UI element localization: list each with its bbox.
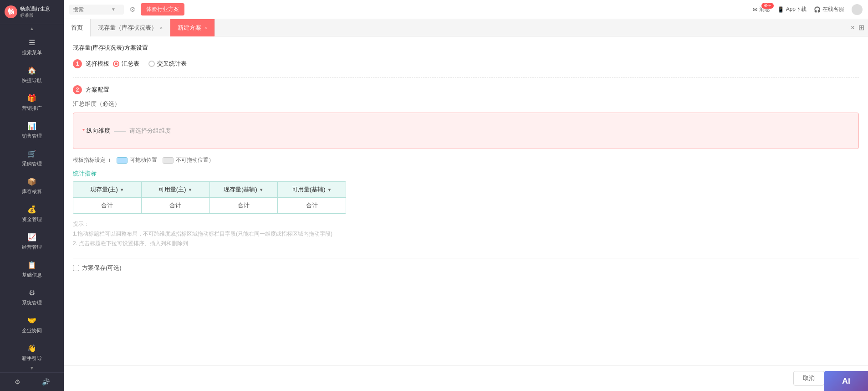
step1-number: 1 <box>73 59 82 68</box>
headset-icon: 🎧 <box>814 6 821 13</box>
user-avatar[interactable] <box>852 4 863 15</box>
tab-expand-btn[interactable]: ⊞ <box>858 23 864 32</box>
sidebar-item-finance[interactable]: 💰 资金管理 <box>0 200 64 227</box>
step1-title: 选择模板 <box>86 60 109 68</box>
search-menu-icon: ☰ <box>27 37 37 47</box>
dimension-section-label: 汇总维度（必选） <box>73 100 859 108</box>
radio-summary[interactable]: 汇总表 <box>113 60 139 68</box>
page-title: 现存量(库存状况表)方案设置 <box>73 44 859 52</box>
col-2-dropdown-icon[interactable]: ▼ <box>188 187 193 192</box>
tabs-right-icons: × ⊞ <box>851 23 868 32</box>
stats-section: 统计指标 现存量(主) ▼ 可用量(主) ▼ <box>73 170 859 214</box>
template-radio-group: 汇总表 交叉统计表 <box>113 60 187 68</box>
stats-col-1-body: 合计 <box>73 198 142 213</box>
search-dropdown-icon[interactable]: ▼ <box>111 7 116 12</box>
search-input[interactable] <box>73 6 109 13</box>
guide-icon: 👋 <box>27 343 37 353</box>
tabs-bar: 首页 现存量（库存状况表） × 新建方案 × × ⊞ <box>64 19 868 36</box>
sidebar-item-enterprise[interactable]: 🤝 企业协同 <box>0 311 64 339</box>
stats-col-1-header[interactable]: 现存量(主) ▼ <box>73 182 142 197</box>
topbar-right: ✉ 消息 99+ 📱 App下载 🎧 在线客服 <box>753 4 863 15</box>
footer-bar: 取消 查询 <box>64 365 868 391</box>
sidebar-item-marketing[interactable]: 🎁 营销推广 <box>0 88 64 116</box>
home-icon: 🏠 <box>27 65 37 75</box>
sidebar-item-purchase[interactable]: 🛒 采购管理 <box>0 144 64 172</box>
app-download-btn[interactable]: 📱 App下载 <box>777 5 807 13</box>
dimension-placeholder: 请选择分组维度 <box>129 127 171 135</box>
stats-title: 统计指标 <box>73 170 859 178</box>
save-checkbox-row: 方案保存(可选) <box>73 258 859 272</box>
dimension-area[interactable]: * 纵向维度 —— 请选择分组维度 <box>73 113 859 149</box>
stats-table: 现存量(主) ▼ 可用量(主) ▼ 现存量(基辅) ▼ <box>73 181 346 214</box>
message-btn[interactable]: ✉ 消息 99+ <box>753 5 770 13</box>
online-service-btn[interactable]: 🎧 在线客服 <box>814 5 844 13</box>
tab-new-plan[interactable]: 新建方案 × <box>170 19 214 36</box>
message-icon: ✉ <box>753 6 757 13</box>
stats-col-2-header[interactable]: 可用量(主) ▼ <box>142 182 210 197</box>
step2-title: 方案配置 <box>86 86 109 94</box>
sidebar-scroll-down[interactable]: ▼ <box>0 364 64 372</box>
dimension-required-mark: * <box>82 128 85 134</box>
step1-section: 1 选择模板 汇总表 交叉统计表 <box>73 59 859 68</box>
enterprise-icon: 🤝 <box>27 315 37 325</box>
sidebar-footer: ⚙ 🔊 <box>0 372 64 391</box>
step2-section: 2 方案配置 汇总维度（必选） * 纵向维度 —— 请选择分组维度 模板指标设定… <box>73 85 859 249</box>
mobile-icon: 📱 <box>777 6 784 13</box>
sidebar-item-search-menu[interactable]: ☰ 搜索菜单 <box>0 33 64 61</box>
stats-header-row: 现存量(主) ▼ 可用量(主) ▼ 现存量(基辅) ▼ <box>73 182 346 197</box>
indicator-intro-label: 模板指标设定（ <box>73 156 111 164</box>
radio-cross[interactable]: 交叉统计表 <box>148 60 187 68</box>
sidebar-scroll-up[interactable]: ▲ <box>0 24 64 33</box>
sidebar-item-inventory[interactable]: 📦 库存核算 <box>0 172 64 200</box>
sidebar-item-sales[interactable]: 📊 销售管理 <box>0 116 64 144</box>
stats-col-4-header[interactable]: 可用量(基辅) ▼ <box>278 182 346 197</box>
sidebar: 畅 畅康通好生意 标准版 ▲ ☰ 搜索菜单 🏠 快捷导航 🎁 营销推广 📊 销售… <box>0 0 64 391</box>
ops-icon: 📈 <box>27 232 37 242</box>
stats-col-3-header[interactable]: 现存量(基辅) ▼ <box>210 182 278 197</box>
movable-box <box>117 157 128 164</box>
step2-number: 2 <box>73 85 82 94</box>
tab-home[interactable]: 首页 <box>64 19 91 36</box>
sidebar-item-quick-nav[interactable]: 🏠 快捷导航 <box>0 61 64 88</box>
sidebar-item-base-info[interactable]: 📋 基础信息 <box>0 255 64 283</box>
topbar-gear-icon[interactable]: ⚙ <box>129 5 135 14</box>
app-name-text: 畅康通好生意 标准版 <box>20 5 50 18</box>
sidebar-settings-btn[interactable]: ⚙ <box>13 376 22 387</box>
sidebar-item-guide[interactable]: 👋 新手引导 <box>0 339 64 364</box>
col-4-dropdown-icon[interactable]: ▼ <box>327 187 332 192</box>
topbar: ▼ ⚙ 体验行业方案 ✉ 消息 99+ 📱 App下载 🎧 在线客服 <box>64 0 868 19</box>
fixed-box <box>163 157 174 164</box>
topbar-search-box[interactable]: ▼ <box>69 5 124 15</box>
stats-body-row: 合计 合计 合计 合计 <box>73 197 346 213</box>
box-icon: 📦 <box>27 176 37 186</box>
system-icon: ⚙ <box>27 288 37 298</box>
radio-summary-circle <box>113 61 119 67</box>
sidebar-item-operations[interactable]: 📈 经营管理 <box>0 227 64 255</box>
dimension-dash: —— <box>114 128 126 134</box>
stats-col-4-body: 合计 <box>278 198 346 213</box>
col-3-dropdown-icon[interactable]: ▼ <box>259 187 264 192</box>
cancel-button[interactable]: 取消 <box>793 371 824 386</box>
save-checkbox[interactable] <box>73 265 79 271</box>
ai-button[interactable]: Ai <box>824 371 868 391</box>
tab-inventory-close-btn[interactable]: × <box>160 25 163 31</box>
template-indicator-row: 模板指标设定（ 可拖动位置 不可拖动位置） <box>73 156 859 164</box>
stats-col-2-body: 合计 <box>142 198 210 213</box>
col-1-dropdown-icon[interactable]: ▼ <box>120 187 124 192</box>
money-icon: 💰 <box>27 204 37 214</box>
tip2-text: 2. 点击标题栏下拉可设置排序、插入列和删除列 <box>73 239 859 249</box>
tab-new-plan-close-btn[interactable]: × <box>204 25 207 31</box>
sidebar-sound-btn[interactable]: 🔊 <box>40 376 51 387</box>
stats-col-3-body: 合计 <box>210 198 278 213</box>
dimension-name-label: 纵向维度 <box>87 127 110 135</box>
main-area: ▼ ⚙ 体验行业方案 ✉ 消息 99+ 📱 App下载 🎧 在线客服 首页 <box>64 0 868 391</box>
cart-icon: 🛒 <box>27 149 37 159</box>
tips-title: 提示： <box>73 221 89 227</box>
sidebar-nav: ☰ 搜索菜单 🏠 快捷导航 🎁 营销推广 📊 销售管理 🛒 采购管理 📦 库存核… <box>0 33 64 364</box>
tab-restore-btn[interactable]: × <box>851 24 855 32</box>
step-divider <box>73 77 859 78</box>
tab-inventory-status[interactable]: 现存量（库存状况表） × <box>91 19 170 36</box>
sidebar-item-system[interactable]: ⚙ 系统管理 <box>0 283 64 311</box>
trial-btn[interactable]: 体验行业方案 <box>141 3 184 15</box>
gift-icon: 🎁 <box>27 93 37 103</box>
